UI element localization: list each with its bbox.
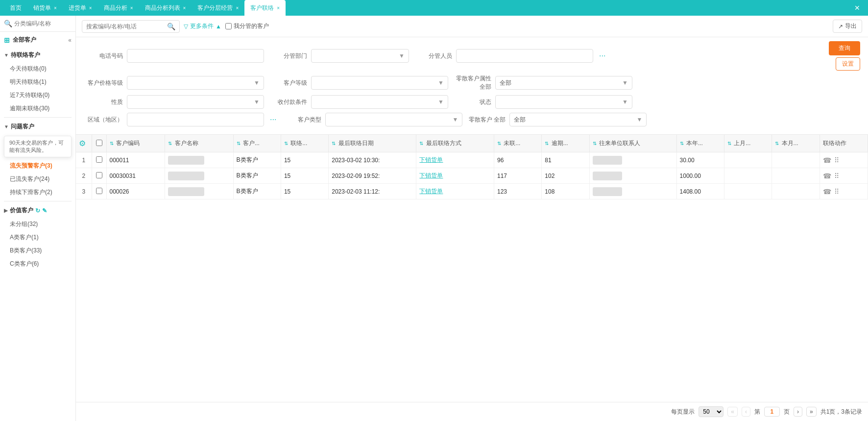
search-input[interactable] [86,23,167,30]
search-button-icon[interactable]: 🔍 [167,23,175,30]
sidebar-item-class-c[interactable]: C类客户(6) [0,257,75,271]
row-checkbox[interactable] [96,172,102,178]
retail-select[interactable]: 全部 ▼ [509,113,647,126]
problem-customers-section[interactable]: ▼ 问题客户 [0,120,75,134]
edit-icon[interactable]: ✎ [42,207,47,214]
sidebar-item-class-b[interactable]: B类客户(33) [0,244,75,257]
sidebar-item-today-contact[interactable]: 今天待联络(0) [0,62,75,75]
tab-sales-order[interactable]: 销货单 × [27,0,63,16]
all-customers-header[interactable]: ⊞ 全部客户 « [0,32,75,48]
last-month-col-header[interactable]: ⇅ 上月... [724,135,772,152]
more-conditions-button[interactable]: ▽ 更多条件 ▲ [184,22,221,30]
page-input[interactable] [764,407,780,417]
price-level-select[interactable]: ▼ [127,76,264,90]
sidebar-item-churn-warning[interactable]: 流失预警客户(3) [0,159,75,173]
last-method-link[interactable]: 下销货单 [419,172,443,179]
tab-customer-contact[interactable]: 客户联络 × [244,0,286,16]
code-col-header[interactable]: ⇅ 客户编码 [106,135,165,152]
sidebar-item-declining[interactable]: 持续下滑客户(2) [0,186,75,199]
action-phone-icon[interactable]: ☎ [823,188,831,196]
phone-input[interactable] [127,49,264,63]
close-purchase-order-tab[interactable]: × [89,5,92,11]
close-sales-order-tab[interactable]: × [54,5,57,11]
next-page-button[interactable]: › [794,407,802,417]
row-last-method[interactable]: 下销货单 [416,152,494,168]
contact-person-col-header[interactable]: ⇅ 往来单位联系人 [589,135,676,152]
row-checkbox-cell[interactable] [92,152,106,168]
action-more-icon[interactable]: ⠿ [834,172,839,180]
my-customers-checkbox[interactable] [225,23,232,29]
query-button[interactable]: 查询 [829,41,860,55]
nature-select[interactable]: ▼ [127,95,264,109]
row-checkbox-cell[interactable] [92,168,106,184]
row-last-method[interactable]: 下销货单 [416,184,494,199]
window-close-icon[interactable]: ✕ [850,4,864,12]
name-col-header[interactable]: ⇅ 客户名称 [165,135,233,152]
tab-customer-segmentation[interactable]: 客户分层经营 × [192,0,244,16]
row-last-method[interactable]: 下销货单 [416,168,494,184]
region-select[interactable] [127,113,264,126]
this-month-col-header[interactable]: ⇅ 本月... [772,135,820,152]
last-method-link[interactable]: 下销货单 [419,156,443,163]
close-product-analysis-tab[interactable]: × [130,5,133,11]
dept-select[interactable]: ▼ [311,49,409,63]
close-customer-segmentation-tab[interactable]: × [236,5,239,11]
customer-type-select[interactable]: ▼ [325,113,462,126]
sidebar-item-churned[interactable]: 已流失客户(24) [0,173,75,186]
select-all-checkbox[interactable] [96,140,102,146]
row-overdue: 108 [542,184,589,199]
region-more-dots[interactable]: ··· [268,115,278,124]
tab-purchase-order[interactable]: 进货单 × [63,0,98,16]
collapse-icon[interactable]: « [68,37,72,44]
manager-more-dots[interactable]: ··· [597,51,607,60]
pending-contact-section[interactable]: ▼ 待联络客户 [0,48,75,62]
row-checkbox-cell[interactable] [92,184,106,199]
action-phone-icon[interactable]: ☎ [823,172,831,180]
pagination-bar: 每页显示 50 20 100 « ‹ 第 页 › » 共1页，3条记录 [76,402,868,421]
row-checkbox[interactable] [96,156,102,163]
sidebar-item-ungrouped[interactable]: 未分组(32) [0,218,75,231]
manager-select[interactable] [456,49,593,63]
last-page-button[interactable]: » [806,407,817,417]
page-size-select[interactable]: 50 20 100 [699,406,723,417]
export-button[interactable]: ↗ 导出 [833,20,862,33]
settings-button[interactable]: 设置 [836,57,860,71]
settings-col-header[interactable]: ⚙ [76,135,92,152]
action-more-icon[interactable]: ⠿ [834,188,839,196]
action-more-icon[interactable]: ⠿ [834,156,839,164]
first-page-button[interactable]: « [727,407,738,417]
my-customers-checkbox-wrap[interactable]: 我分管的客户 [225,22,269,30]
last-method-link[interactable]: 下销货单 [419,188,443,195]
sidebar-item-class-a[interactable]: A类客户(1) [0,231,75,244]
sidebar: 🔍 ⊞ 全部客户 « ▼ 待联络客户 今天待联络(0) 明天待联络(1) 近7天… [0,16,76,421]
overdue-col-header[interactable]: ⇅ 逾期... [542,135,589,152]
col-settings-icon[interactable]: ⚙ [79,139,86,148]
payment-select[interactable]: ▼ [311,95,448,109]
sidebar-item-overdue-contact[interactable]: 逾期未联络(30) [0,102,75,115]
value-customers-section[interactable]: ▶ 价值客户 ↻ ✎ [0,203,75,218]
action-phone-icon[interactable]: ☎ [823,156,831,164]
retail-attr-select[interactable]: 全部 ▼ [495,76,632,90]
unlink-col-header[interactable]: ⇅ 未联... [494,135,541,152]
contact-col-header[interactable]: ⇅ 联络... [281,135,328,152]
type-col-header[interactable]: ⇅ 客户... [233,135,281,152]
prev-page-button[interactable]: ‹ [742,407,750,417]
close-product-analysis-list-tab[interactable]: × [183,5,186,11]
home-tab[interactable]: 首页 [4,4,27,12]
refresh-icon[interactable]: ↻ [35,207,40,214]
arrow-down-icon: ▼ [4,52,9,58]
status-select[interactable]: ▼ [495,95,632,109]
this-year-col-header[interactable]: ⇅ 本年... [676,135,724,152]
customer-level-select[interactable]: ▼ [311,76,448,90]
tab-product-analysis[interactable]: 商品分析 × [98,0,139,16]
row-contact-person [589,152,676,168]
close-customer-contact-tab[interactable]: × [277,5,280,11]
sidebar-search-input[interactable] [14,20,76,27]
checkbox-col-header[interactable] [92,135,106,152]
sidebar-item-week-contact[interactable]: 近7天待联络(0) [0,89,75,102]
row-checkbox[interactable] [96,188,102,194]
last-method-col-header[interactable]: ⇅ 最后联络方式 [416,135,494,152]
sidebar-item-tomorrow-contact[interactable]: 明天待联络(1) [0,75,75,89]
last-date-col-header[interactable]: ⇅ 最后联络日期 [329,135,416,152]
tab-product-analysis-list[interactable]: 商品分析列表 × [139,0,192,16]
